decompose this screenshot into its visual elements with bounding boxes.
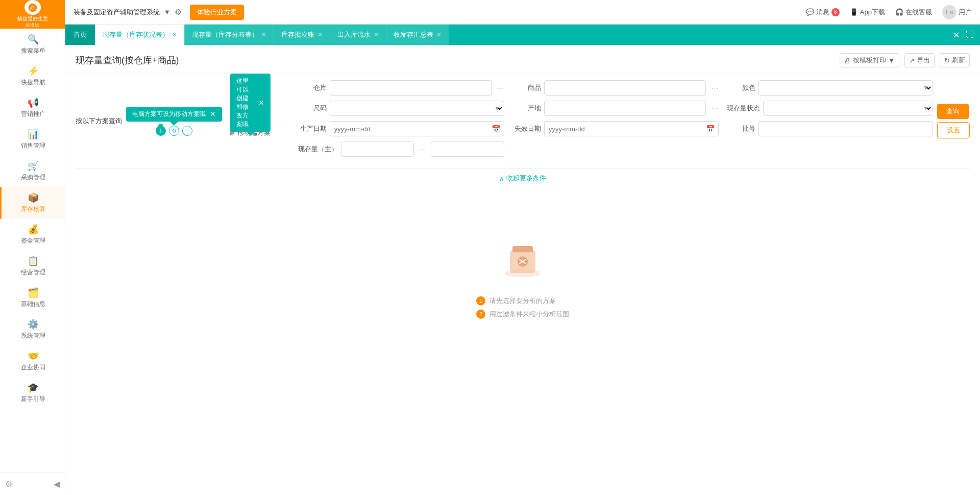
tab-inout[interactable]: 出入库流水 ✕ [330, 25, 386, 45]
tabbar: 首页 现存量（库存状况表） ✕ 现存量（库存分布表） ✕ 库存批次账 ✕ 出入库… [65, 25, 980, 45]
tooltip-plan-close[interactable]: ✕ [210, 110, 216, 118]
origin-input[interactable] [544, 101, 706, 116]
print-btn[interactable]: 🖨 按模板打印 ▼ [840, 53, 899, 67]
sidebar-item-system[interactable]: ⚙️ 系统管理 [0, 314, 65, 345]
filter-arrow-btn[interactable]: ← [182, 126, 192, 136]
svg-rect-4 [512, 246, 533, 252]
tab-batch[interactable]: 库存批次账 ✕ [274, 25, 330, 45]
color-input-wrap: ▼ [758, 80, 933, 96]
batch-label: 批号 [727, 124, 755, 133]
tab-expand-icon[interactable]: ⛶ [964, 28, 976, 41]
stock-status-select[interactable] [763, 101, 933, 116]
reset-btn[interactable]: 设置 [937, 122, 970, 138]
color-select[interactable] [758, 80, 933, 96]
tab-stock-status[interactable]: 现存量（库存状况表） ✕ [95, 25, 184, 45]
online-service-btn[interactable]: 🎧 在线客服 [895, 8, 932, 17]
size-field-group: 尺码 ▼ [298, 101, 504, 116]
goods-input[interactable] [544, 80, 706, 96]
tab-close-collect[interactable]: ✕ [436, 31, 442, 38]
sidebar-item-sales[interactable]: 📊 销售管理 [0, 124, 65, 155]
sidebar-item-guide[interactable]: ⚡ 快捷导航 [0, 60, 65, 92]
empty-state: 1 请先选择要分析的方案 2 用过滤条件来缩小分析范围 [65, 194, 980, 360]
sidebar-item-marketing[interactable]: 📢 营销推广 [0, 92, 65, 124]
empty-tips: 1 请先选择要分析的方案 2 用过滤条件来缩小分析范围 [476, 296, 569, 319]
content: 现存量查询(按仓库+商品) 🖨 按模板打印 ▼ ↗ 导出 ↻ 刷新 [65, 45, 980, 495]
warehouse-input-wrap [330, 80, 492, 96]
stock-main-label: 现存量（主） [298, 145, 338, 154]
expire-date-input[interactable] [544, 121, 719, 136]
app-download-btn[interactable]: 📱 App下载 [850, 8, 885, 17]
tab-collect[interactable]: 收发存汇总表 ✕ [386, 25, 449, 45]
sidebar-item-purchase[interactable]: 🛒 采购管理 [0, 155, 65, 187]
content-inner: 现存量查询(按仓库+商品) 🖨 按模板打印 ▼ ↗ 导出 ↻ 刷新 [65, 45, 980, 495]
produce-date-wrap: 📅 [330, 121, 504, 136]
tab-close-all-icon[interactable]: ✕ [951, 28, 962, 42]
export-btn[interactable]: ↗ 导出 [904, 53, 935, 67]
warehouse-more-dots[interactable]: ··· [497, 83, 504, 93]
sidebar-item-inventory[interactable]: 📦 库存核算 [0, 187, 65, 219]
logo-icon: 好 [24, 0, 41, 15]
search-btn[interactable]: 查询 [937, 104, 969, 119]
origin-more-dots[interactable]: ··· [711, 103, 719, 114]
chevron-down-icon: ▼ [164, 8, 170, 16]
topbar-gear-icon[interactable]: ⚙ [175, 7, 182, 17]
plan-more-dots[interactable]: ··· [275, 117, 286, 125]
operation-icon: 📋 [28, 255, 39, 267]
warehouse-input[interactable] [330, 80, 492, 96]
stock-main-to-input[interactable] [431, 142, 504, 157]
collapse-sidebar-icon[interactable]: ◀ [54, 479, 60, 489]
sidebar-item-basic[interactable]: 🗂️ 基础信息 [0, 282, 65, 314]
batch-field-group: 批号 [727, 121, 933, 136]
filter-label: 按以下方案查询 [76, 116, 122, 126]
stock-main-to-wrap [431, 142, 504, 157]
tab-close-stock-dist[interactable]: ✕ [261, 31, 266, 38]
page-header: 现存量查询(按仓库+商品) 🖨 按模板打印 ▼ ↗ 导出 ↻ 刷新 [65, 45, 980, 74]
tabbar-actions: ✕ ⛶ [947, 28, 980, 42]
goods-input-wrap [544, 80, 706, 96]
size-input-wrap: ▼ [330, 101, 504, 116]
goods-label: 商品 [512, 83, 541, 92]
tab-home[interactable]: 首页 [65, 25, 95, 45]
stock-main-input[interactable] [341, 142, 414, 157]
warehouse-label: 仓库 [298, 83, 327, 92]
sidebar-item-operation[interactable]: 📋 经营管理 [0, 250, 65, 282]
empty-illustration [497, 235, 548, 286]
batch-input[interactable] [758, 121, 933, 136]
sidebar-item-enterprise[interactable]: 🤝 企业协同 [0, 345, 65, 377]
sidebar-item-newbie[interactable]: 🎓 新手引导 [0, 377, 65, 409]
settings-gear-icon[interactable]: ⚙ [5, 479, 12, 489]
tooltip-arrow [170, 122, 178, 126]
expire-date-field-group: 失效日期 📅 [512, 121, 719, 136]
purchase-icon: 🛒 [28, 160, 39, 172]
svg-text:好: 好 [30, 5, 34, 10]
expire-date-wrap: 📅 [544, 121, 719, 136]
tooltip-create-close[interactable]: ✕ [258, 99, 264, 107]
tooltip-plan: 电脑方案可设为移动方案哦 ✕ [126, 107, 222, 122]
system-title-dropdown[interactable]: ▼ [164, 8, 170, 16]
sidebar-item-finance[interactable]: 💰 资金管理 [0, 219, 65, 250]
tab-close-inout[interactable]: ✕ [374, 31, 379, 38]
tab-stock-dist[interactable]: 现存量（库存分布表） ✕ [184, 25, 274, 45]
basic-icon: 🗂️ [28, 287, 39, 298]
chevron-down-icon: ▼ [888, 57, 895, 64]
refresh-btn[interactable]: ↻ 刷新 [940, 53, 970, 67]
tip-num-2: 2 [476, 310, 485, 319]
finance-icon: 💰 [28, 224, 39, 235]
filter-refresh-btn[interactable]: ↻ [169, 126, 179, 136]
size-select[interactable] [330, 101, 504, 116]
color-label: 颜色 [727, 83, 755, 92]
sales-icon: 📊 [28, 129, 39, 140]
goods-more-dots[interactable]: ··· [711, 83, 719, 93]
stock-status-input-wrap: ▼ [763, 101, 933, 116]
logo-text: 畅捷通好生意 [17, 16, 48, 22]
user-area[interactable]: Ea 用户 [942, 5, 972, 19]
message-btn[interactable]: 💬 消息 6 [806, 8, 840, 17]
collapse-bar[interactable]: ∧ 收起更多条件 [76, 168, 970, 188]
industry-btn[interactable]: 体验行业方案 [190, 5, 244, 20]
tab-close-stock-status[interactable]: ✕ [172, 31, 177, 38]
tab-close-batch[interactable]: ✕ [317, 31, 323, 38]
sidebar-item-search[interactable]: 🔍 搜索菜单 [0, 29, 65, 60]
avatar: Ea [942, 5, 957, 19]
produce-date-input[interactable] [330, 121, 504, 136]
stock-main-wrap [341, 142, 414, 157]
